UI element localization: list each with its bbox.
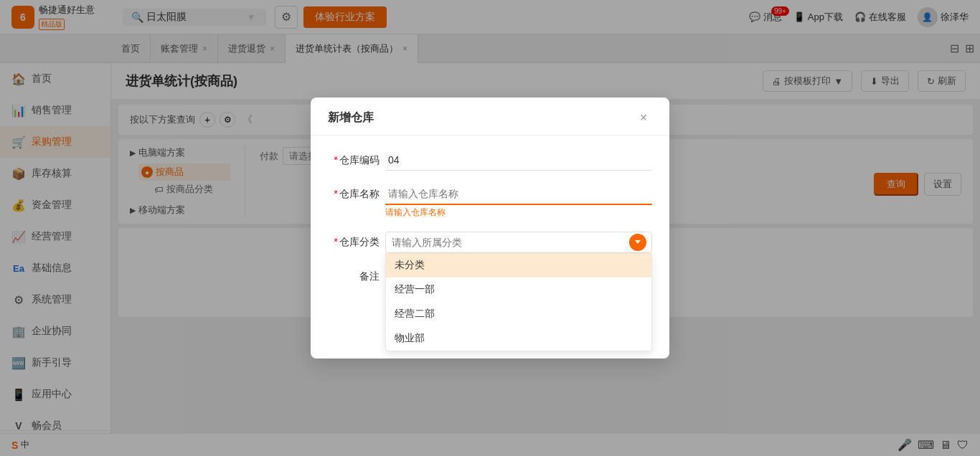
category-toggle-icon[interactable]: [629, 234, 646, 251]
name-label: 仓库名称: [328, 184, 385, 201]
note-label: 备注: [328, 266, 385, 283]
dropdown-item-dept2[interactable]: 经营二部: [386, 302, 651, 326]
new-warehouse-dialog: 新增仓库 × 仓库编码 仓库名称 请输入仓库名称 仓库分类: [311, 98, 669, 358]
form-row-code: 仓库编码: [328, 150, 652, 171]
dropdown-item-dept1[interactable]: 经营一部: [386, 277, 651, 302]
name-input[interactable]: [385, 184, 652, 205]
code-label: 仓库编码: [328, 150, 385, 167]
name-input-wrap: 请输入仓库名称: [385, 184, 652, 219]
code-input[interactable]: [385, 150, 652, 171]
dialog-body: 仓库编码 仓库名称 请输入仓库名称 仓库分类: [311, 136, 669, 314]
form-row-category: 仓库分类 未分类 经营一部 经营二部 物业部: [328, 232, 652, 253]
category-dropdown: 未分类 经营一部 经营二部 物业部: [385, 253, 652, 351]
code-input-wrap: [385, 150, 652, 171]
dropdown-item-dept3[interactable]: 物业部: [386, 326, 651, 351]
form-row-name: 仓库名称 请输入仓库名称: [328, 184, 652, 219]
dialog-header: 新增仓库 ×: [311, 98, 669, 136]
name-error-msg: 请输入仓库名称: [385, 206, 652, 219]
dialog-title: 新增仓库: [328, 110, 374, 125]
dialog-close-button[interactable]: ×: [635, 109, 652, 126]
category-select-wrap: 未分类 经营一部 经营二部 物业部: [385, 232, 652, 253]
modal-overlay: 新增仓库 × 仓库编码 仓库名称 请输入仓库名称 仓库分类: [0, 0, 980, 456]
category-input[interactable]: [385, 232, 652, 253]
dropdown-item-unclassified[interactable]: 未分类: [386, 253, 651, 277]
category-label: 仓库分类: [328, 232, 385, 249]
